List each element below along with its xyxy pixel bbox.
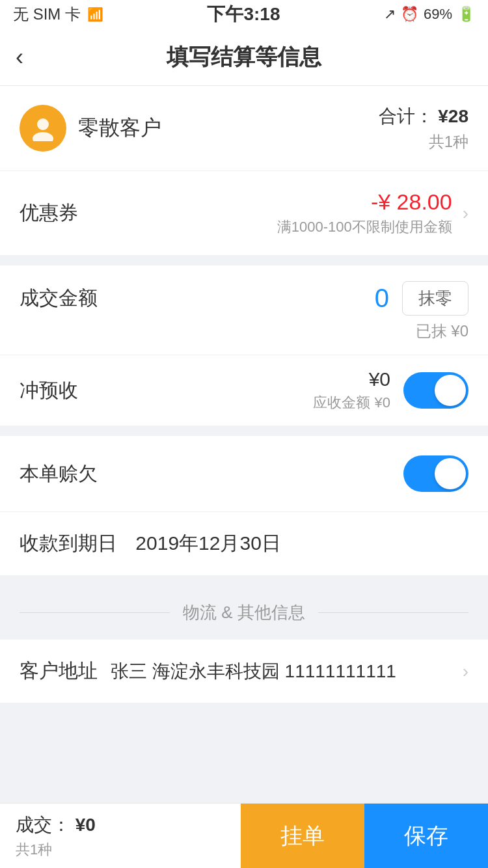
prepay-toggle[interactable] xyxy=(403,372,468,409)
svg-point-0 xyxy=(37,118,49,130)
svg-point-1 xyxy=(33,132,53,141)
coupon-desc: 满1000-100不限制使用金额 xyxy=(277,217,452,237)
prepay-value-block: ¥0 应收金额 ¥0 xyxy=(313,368,390,413)
transaction-label: 成交金额 xyxy=(20,285,98,312)
avatar xyxy=(20,105,66,152)
location-icon: ↗ xyxy=(384,6,396,23)
due-date-label: 收款到期日 xyxy=(20,532,117,554)
bottom-info: 成交： ¥0 共1种 xyxy=(0,804,241,868)
round-button[interactable]: 抹零 xyxy=(402,281,468,316)
bottom-count: 共1种 xyxy=(16,840,225,860)
customer-right: 合计： ¥28 共1种 xyxy=(379,104,469,152)
total-value: ¥28 xyxy=(438,106,468,126)
status-right: ↗ ⏰ 69% 🔋 xyxy=(384,6,475,23)
prepay-row: 冲预收 ¥0 应收金额 ¥0 xyxy=(0,355,488,426)
amount-right: 0 抹零 xyxy=(375,281,468,316)
due-date-value: 2019年12月30日 xyxy=(135,532,280,554)
address-section: 客户地址 张三 海淀永丰科技园 11111111111 › xyxy=(0,640,488,703)
toggle-knob xyxy=(435,375,466,406)
save-button[interactable]: 保存 xyxy=(364,804,488,868)
address-row[interactable]: 客户地址 张三 海淀永丰科技园 11111111111 › xyxy=(0,640,488,703)
chevron-right-icon: › xyxy=(463,203,468,224)
transaction-value: 0 xyxy=(375,284,389,313)
debt-toggle-knob xyxy=(435,458,466,489)
due-date-row: 收款到期日 2019年12月30日 xyxy=(0,511,488,575)
address-label: 客户地址 xyxy=(20,658,98,685)
battery-icon: 🔋 xyxy=(457,6,475,23)
bottom-deal-label: 成交： xyxy=(16,815,70,835)
logistics-line-left xyxy=(20,612,170,613)
prepay-sub: 应收金额 ¥0 xyxy=(313,393,390,413)
content-area: 零散客户 合计： ¥28 共1种 优惠券 -¥ 28.00 满1000-100不… xyxy=(0,86,488,791)
debt-label: 本单赊欠 xyxy=(20,461,98,487)
battery-level: 69% xyxy=(424,6,452,23)
status-bar: 无 SIM 卡 📶 下午3:18 ↗ ⏰ 69% 🔋 xyxy=(0,0,488,29)
bottom-bar: 成交： ¥0 共1种 挂单 保存 xyxy=(0,803,488,868)
customer-count: 共1种 xyxy=(379,131,469,152)
back-button[interactable]: ‹ xyxy=(16,44,23,71)
logistics-header: 物流 & 其他信息 xyxy=(0,586,488,640)
prepay-label: 冲预收 xyxy=(20,377,78,404)
customer-left: 零散客户 xyxy=(20,105,161,152)
coupon-amount: -¥ 28.00 xyxy=(277,189,452,215)
bottom-deal-value: ¥0 xyxy=(75,815,96,835)
logistics-line-right xyxy=(318,612,468,613)
coupon-label: 优惠券 xyxy=(20,200,78,226)
customer-total: 合计： ¥28 xyxy=(379,104,469,129)
amount-row: 成交金额 0 抹零 xyxy=(0,265,488,321)
page-title: 填写结算等信息 xyxy=(167,42,321,72)
debt-toggle[interactable] xyxy=(403,455,468,492)
sim-status: 无 SIM 卡 xyxy=(13,4,81,25)
status-time: 下午3:18 xyxy=(207,2,280,27)
transaction-sub: 已抹 ¥0 xyxy=(0,321,488,355)
wifi-icon: 📶 xyxy=(87,7,103,22)
coupon-row[interactable]: 优惠券 -¥ 28.00 满1000-100不限制使用金额 › xyxy=(0,170,488,255)
hang-button[interactable]: 挂单 xyxy=(241,804,364,868)
address-chevron-icon: › xyxy=(463,661,468,682)
coupon-right: -¥ 28.00 满1000-100不限制使用金额 › xyxy=(277,189,468,237)
logistics-title: 物流 & 其他信息 xyxy=(183,601,305,624)
customer-name: 零散客户 xyxy=(78,114,161,142)
transaction-section: 成交金额 0 抹零 已抹 ¥0 冲预收 ¥0 应收金额 ¥0 xyxy=(0,265,488,426)
prepay-amount: ¥0 xyxy=(313,368,390,390)
coupon-value-block: -¥ 28.00 满1000-100不限制使用金额 xyxy=(277,189,452,237)
total-label: 合计： xyxy=(379,106,433,126)
customer-row: 零散客户 合计： ¥28 共1种 xyxy=(0,86,488,170)
prepay-right: ¥0 应收金额 ¥0 xyxy=(313,368,468,413)
address-value: 张三 海淀永丰科技园 11111111111 xyxy=(111,659,463,684)
bottom-deal-line: 成交： ¥0 xyxy=(16,813,225,837)
alarm-icon: ⏰ xyxy=(401,6,418,23)
debt-section: 本单赊欠 收款到期日 2019年12月30日 xyxy=(0,436,488,575)
nav-bar: ‹ 填写结算等信息 xyxy=(0,29,488,86)
debt-row: 本单赊欠 xyxy=(0,436,488,511)
status-left: 无 SIM 卡 📶 xyxy=(13,4,103,25)
customer-section: 零散客户 合计： ¥28 共1种 优惠券 -¥ 28.00 满1000-100不… xyxy=(0,86,488,255)
